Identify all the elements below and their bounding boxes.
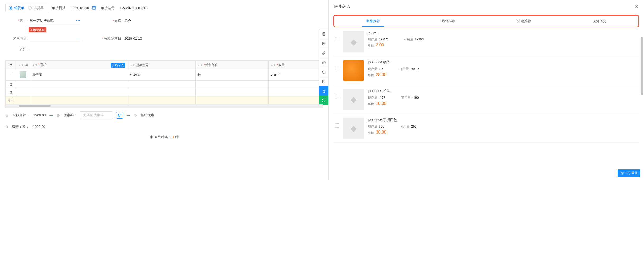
product-image-placeholder: ◆ xyxy=(343,89,364,110)
deal-label: 成交金额： xyxy=(12,124,29,129)
table-row[interactable]: 1 果倍爽 534532 包 400.00 xyxy=(6,69,323,81)
kinds-unit: 种 xyxy=(175,135,179,139)
col-product[interactable]: ▲▼*商品扫码录入 xyxy=(30,61,128,69)
calendar-icon xyxy=(92,6,96,11)
remark-value xyxy=(29,49,140,50)
product-name: [0000006]手撕面包 xyxy=(368,118,638,122)
chevron-down-icon[interactable]: ⌄ xyxy=(78,36,80,40)
footer-summary: ◈ 商品种类： 1 种 xyxy=(5,130,323,139)
recommend-product-list[interactable]: ◆ 250ml 现存量19952 可用量19903 单价2.00 [000000… xyxy=(329,27,644,180)
warehouse-label: 仓库 xyxy=(114,19,121,23)
currency-icon[interactable]: ¥ xyxy=(319,77,329,86)
dash-icon: — xyxy=(49,113,53,117)
radio-icon xyxy=(28,6,32,10)
table-row[interactable]: 3 xyxy=(6,88,323,96)
doc-type-sale[interactable]: 销货单 xyxy=(9,6,24,10)
product-checkbox[interactable] xyxy=(335,95,339,99)
product-thumbnail xyxy=(20,71,26,78)
product-checkbox[interactable] xyxy=(335,66,339,70)
svg-text:¥: ¥ xyxy=(323,80,325,83)
shield-icon[interactable] xyxy=(319,67,329,77)
dash-icon: — xyxy=(127,113,130,117)
coupon-icon: ◎ xyxy=(57,113,60,117)
gear-icon: ⚙ xyxy=(10,63,12,67)
deal-value: 1200.00 xyxy=(33,125,45,129)
sales-form-panel: 销货单 退货单 单据日期 2020-01-10 单据编号 SA-20200110… xyxy=(0,0,328,180)
product-name: [0000005]芒果 xyxy=(368,89,638,94)
scan-entry-badge[interactable]: 扫码录入 xyxy=(111,63,125,68)
refresh-button[interactable] xyxy=(116,112,123,119)
doc-header-row: 销货单 退货单 单据日期 2020-01-10 单据编号 SA-20200110… xyxy=(5,2,323,15)
customer-addr-field[interactable]: 客户地址 ⌄ xyxy=(5,35,81,43)
recommend-panel: 推荐商品 ✕ 新品推荐 热销推荐 滞销推荐 浏览历史 ◆ 250ml 现存量19… xyxy=(328,0,644,180)
list-item: ◆ 250ml 现存量19952 可用量19903 单价2.00 xyxy=(333,27,639,56)
line-items-table: ⚙ ▲▼商 ▲▼*商品扫码录入 ▲▼规格型号 ▲▼*销售单位 ▲▼*数量 1 果… xyxy=(5,60,323,108)
expand-icon[interactable] xyxy=(319,96,329,105)
product-checkbox[interactable] xyxy=(335,37,339,41)
doc-type-toggle: 销货单 退货单 xyxy=(5,4,47,12)
fixed-period-badge: 不固定账期 xyxy=(29,27,46,32)
product-checkbox[interactable] xyxy=(335,123,339,128)
notes-icon[interactable] xyxy=(319,29,329,39)
col-settings[interactable]: ⚙ xyxy=(6,61,16,69)
col-spec[interactable]: ▲▼规格型号 xyxy=(128,61,195,69)
amount-value: 1200.00 xyxy=(33,113,46,117)
col-qty[interactable]: ▲▼*数量 xyxy=(268,61,323,69)
coupon-label: 优惠券： xyxy=(63,113,77,118)
doc-type-return[interactable]: 退货单 xyxy=(28,6,44,10)
customer-addr-label: 客户地址 xyxy=(5,36,26,41)
recommend-tabs-highlight: 新品推荐 热销推荐 滞销推荐 浏览历史 xyxy=(333,15,639,27)
link-icon[interactable] xyxy=(319,48,329,58)
close-icon[interactable]: ✕ xyxy=(635,4,639,10)
customer-field[interactable]: *客户 苏州万达沃尔玛 ••• xyxy=(5,17,81,25)
exchange-icon[interactable] xyxy=(319,58,329,67)
product-name: [0000004]橘子 xyxy=(368,60,638,65)
amount-label: 金额合计： xyxy=(12,113,30,118)
svg-rect-0 xyxy=(92,6,96,9)
radio-icon xyxy=(9,6,12,10)
subtotal-row: 小计 xyxy=(6,96,323,104)
horizontal-scrollbar[interactable] xyxy=(6,104,323,108)
recommend-title: 推荐商品 xyxy=(334,4,350,9)
whole-discount-label: 整单优惠： xyxy=(140,113,158,118)
kinds-value: 1 xyxy=(172,135,174,139)
doc-date-field[interactable]: 2020-01-10 xyxy=(70,6,96,11)
ellipsis-icon[interactable]: ••• xyxy=(76,19,80,23)
svg-point-8 xyxy=(322,61,325,64)
doc-type-return-label: 退货单 xyxy=(33,6,44,10)
discount-icon: ⊘ xyxy=(134,113,137,117)
remark-field[interactable]: 备注 xyxy=(5,45,140,53)
remark-label: 备注 xyxy=(5,47,26,52)
chart-icon[interactable] xyxy=(319,39,329,48)
recommend-header: 推荐商品 ✕ xyxy=(329,0,644,13)
doc-type-sale-label: 销货单 xyxy=(14,6,24,10)
tag-icon: ◈ xyxy=(150,135,153,139)
tab-slow[interactable]: 滞销推荐 xyxy=(513,17,535,27)
svg-marker-11 xyxy=(322,90,325,93)
due-date-value: 2020-01-10 xyxy=(123,36,171,41)
tab-new[interactable]: 新品推荐 xyxy=(362,17,384,27)
product-image-placeholder: ◆ xyxy=(343,31,364,52)
doc-no-label: 单据编号 xyxy=(101,6,115,10)
recommend-tabs: 新品推荐 热销推荐 滞销推荐 浏览历史 xyxy=(335,17,637,27)
coupon-input[interactable]: 无匹配优惠券 xyxy=(81,111,112,119)
warehouse-field[interactable]: *仓库 总仓 xyxy=(100,17,171,25)
col-image[interactable]: ▲▼商 xyxy=(16,61,30,69)
select-return-button[interactable]: 选中(0) 返回 xyxy=(618,169,640,177)
product-name: 250ml xyxy=(368,31,638,35)
tab-hot[interactable]: 热销推荐 xyxy=(437,17,460,27)
customer-label: 客户 xyxy=(20,19,26,23)
vertical-scrollbar[interactable] xyxy=(641,37,643,95)
due-date-field[interactable]: *收款到期日 2020-01-10 xyxy=(100,35,171,43)
recommend-footer: 选中(0) 返回 xyxy=(618,169,640,177)
doc-date-label: 单据日期 xyxy=(52,6,66,10)
table-row[interactable]: 2 xyxy=(6,81,323,88)
star-icon[interactable] xyxy=(319,86,329,96)
tab-history[interactable]: 浏览历史 xyxy=(588,17,611,27)
deal-icon: ⊛ xyxy=(5,125,8,129)
due-date-label: 收款到期日 xyxy=(104,36,121,40)
product-image-orange xyxy=(343,60,364,81)
list-item: ◆ [0000006]手撕面包 现存量300 可用量256 单价38.00 xyxy=(333,114,639,143)
col-unit[interactable]: ▲▼*销售单位 xyxy=(196,61,269,69)
warehouse-value: 总仓 xyxy=(123,18,171,24)
